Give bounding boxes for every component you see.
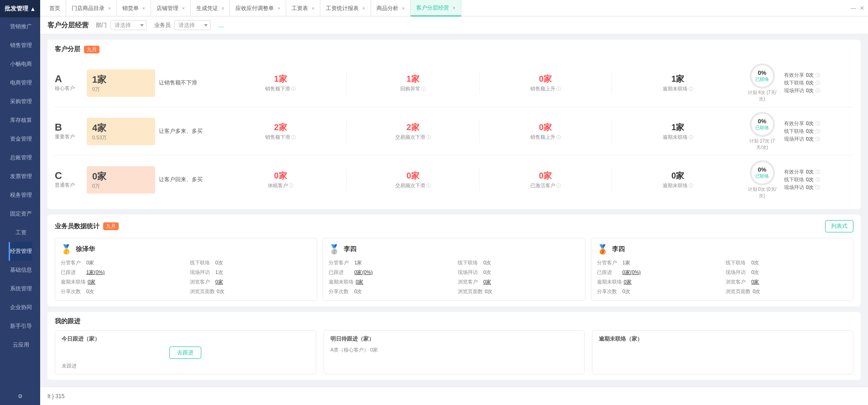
medal-icon-0: 🥇 [61,244,72,255]
sales-stat-val-1-2[interactable]: 0家(0%) [354,269,372,276]
right-stat-row-A-2: 现场拜访 0次 ⓘ [784,87,850,94]
tab-1[interactable]: 门店商品目录× [66,0,117,16]
sales-stat-label-2-4: 逾期未联络 [597,279,622,285]
sales-stat-val-0-5[interactable]: 0家 [215,279,223,285]
stat-item-C-0[interactable]: 0家休眠客户 ⓘ [214,168,347,191]
sales-stat-val-1-5[interactable]: 0家 [483,279,491,285]
sidebar-item-11[interactable]: 工资 [9,223,32,242]
sidebar-item-7[interactable]: 总账管理 [9,148,32,167]
tier-action-A: 让销售额不下滑 [155,79,214,87]
right-stat-info-C-0: ⓘ [816,169,820,175]
tab-close-9[interactable]: × [453,5,455,11]
sales-stat-0-4[interactable]: 逾期未联络0家 [61,279,183,285]
sidebar-item-6[interactable]: 资金管理 [9,130,32,148]
window-close-icon[interactable]: ✕ [860,5,864,11]
sidebar-top[interactable]: 批发管理 ▲ [0,0,40,17]
sidebar-item-8[interactable]: 发票管理 [9,167,32,186]
follow-sub-1: A类（核心客户） 0家 [330,347,578,353]
stat-item-B-2[interactable]: 0家销售额上升 ⓘ [480,120,612,142]
circle-pct-C: 0% [758,166,767,173]
stat-item-C-2[interactable]: 0家已激活客户 ⓘ [480,168,612,191]
sales-card-header-0: 🥇徐泽华 [61,244,311,255]
goto-button-0[interactable]: 去跟进 [169,347,201,359]
tab-5[interactable]: 应收应付调整单× [230,0,286,16]
tab-2[interactable]: 销货单× [117,0,151,16]
sales-stat-val-1-4[interactable]: 0家 [356,279,363,285]
sales-stat-val-2-5[interactable]: 0家 [751,279,759,285]
stat-item-B-3[interactable]: 1家逾期未联络 ⓘ [612,120,744,142]
dept-select[interactable]: 请选择 [110,20,147,30]
sidebar-item-0[interactable]: 营销推广 [9,17,32,36]
stat-item-A-0[interactable]: 1家销售额下滑 ⓘ [214,72,347,94]
sidebar-item-16[interactable]: 新手引导 [9,317,32,336]
tab-7[interactable]: 工资统计报表× [320,0,371,16]
tab-close-5[interactable]: × [277,6,280,11]
tab-close-4[interactable]: × [222,6,225,11]
sidebar-item-3[interactable]: 电商管理 [9,74,32,92]
tab-6[interactable]: 工资表× [286,0,320,16]
sales-stat-0-5[interactable]: 浏览客户0家 [190,279,312,285]
stat-item-A-2[interactable]: 0家销售额上升 ⓘ [480,72,612,94]
sidebar-item-2[interactable]: 小畅电商 [9,55,32,74]
tab-close-6[interactable]: × [312,6,314,11]
sidebar-settings[interactable]: ⚙ [0,388,40,405]
tab-9[interactable]: 客户分层经营× [411,0,461,16]
stat-item-B-1[interactable]: 2家交易频次下滑 ⓘ [347,120,479,142]
sidebar-item-10[interactable]: 固定资产 [9,205,32,223]
sales-stat-1-6: 分享次数0次 [329,288,450,295]
stat-item-A-3[interactable]: 1家逾期未联络 ⓘ [612,72,744,94]
sales-stat-label-0-5: 浏览客户 [190,279,214,285]
tab-8[interactable]: 商品分析× [371,0,411,16]
circle-plan-B: 计划 17次 (7天/次) [748,138,777,151]
sidebar-item-9[interactable]: 税务管理 [9,186,32,205]
list-view-button[interactable]: 列表式 [825,220,853,232]
sidebar-item-13[interactable]: 基础信息 [9,261,32,279]
tab-0[interactable]: 首页 [44,0,66,16]
sales-stat-val-2-4[interactable]: 0家 [624,279,632,285]
sales-stat-2-3: 现场拜访0次 [726,269,847,276]
sales-stat-1-2[interactable]: 已跟进0家(0%) [329,269,450,276]
tab-3[interactable]: 店铺管理× [151,0,191,16]
tab-close-7[interactable]: × [362,6,365,11]
sales-stat-label-1-2: 已跟进 [329,269,352,276]
sales-stat-val-0-4[interactable]: 0家 [88,279,95,285]
sidebar-item-5[interactable]: 库存核算 [9,111,32,130]
tab-close-8[interactable]: × [402,6,405,11]
sales-select[interactable]: 请选择 [174,20,211,30]
sales-stat-2-5[interactable]: 浏览客户0家 [726,279,847,285]
sales-stat-1-4[interactable]: 逾期未联络0家 [329,279,450,285]
follow-card-title-0: 今日跟进（家） [62,335,309,343]
tier-circle-A: 0% 已联络 计划 4次 (7天/次) [744,63,780,102]
tab-close-3[interactable]: × [182,6,185,11]
tab-close-2[interactable]: × [142,6,145,11]
sidebar-item-14[interactable]: 系统管理 [9,279,32,298]
sidebar-item-12[interactable]: 经营管理 [9,242,32,261]
sales-stat-2-4[interactable]: 逾期未联络0家 [597,279,719,285]
more-button[interactable]: ... [218,21,224,29]
sidebar-item-15[interactable]: 企业协同 [9,298,32,317]
stat-item-C-1[interactable]: 0家交易频次下滑 ⓘ [347,168,479,191]
info-icon-B-1: ⓘ [426,134,431,141]
sidebar-item-4[interactable]: 采购管理 [9,92,32,111]
customer-section-header: 客户分层 九月 [55,45,853,53]
customer-section-title: 客户分层 [55,45,80,53]
info-icon-C-0: ⓘ [289,183,293,189]
tab-4[interactable]: 生成凭证× [191,0,230,16]
sales-name-2: 李四 [612,245,625,253]
sales-stat-0-2[interactable]: 已跟进1家(0%) [61,269,183,276]
stat-item-A-1[interactable]: 1家回购异常 ⓘ [347,72,479,94]
tab-close-1[interactable]: × [108,6,111,11]
sidebar-item-17[interactable]: 云应用 [9,336,32,354]
sales-stat-val-0-2[interactable]: 1家(0%) [86,269,105,276]
sales-stat-label-1-0: 分管客户 [329,259,352,266]
stat-item-B-0[interactable]: 2家销售额下滑 ⓘ [214,120,347,142]
sales-stat-val-2-2[interactable]: 0家(0%) [622,269,641,276]
sales-stat-2-2[interactable]: 已跟进0家(0%) [597,269,719,276]
tier-count-box-C: 0家0万 [87,166,155,194]
sidebar-item-1[interactable]: 销售管理 [9,36,32,55]
right-stat-label-C-1: 线下联络 [784,176,804,183]
stat-item-C-3[interactable]: 0家逾期未联络 ⓘ [612,168,744,191]
medal-icon-2: 🥉 [597,244,608,255]
window-minimize-icon[interactable]: — [851,5,856,11]
sales-stat-1-5[interactable]: 浏览客户0家 [458,279,580,285]
